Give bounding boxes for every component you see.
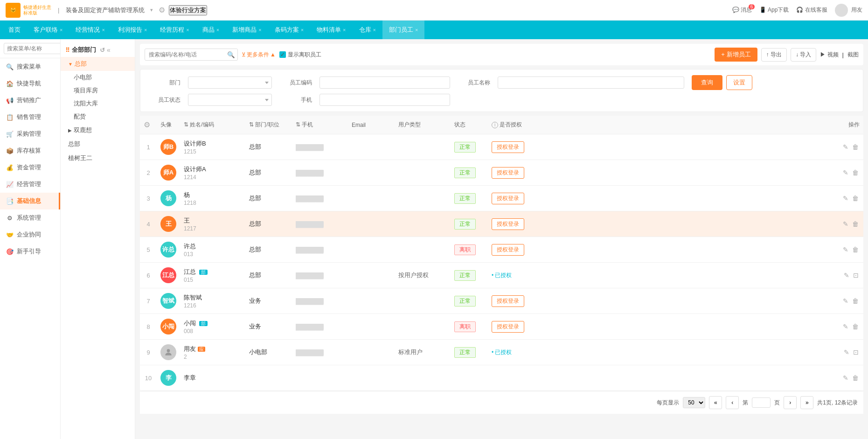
delete-button[interactable]: ⊡: [852, 271, 860, 280]
delete-button[interactable]: 🗑: [851, 322, 860, 331]
delete-button[interactable]: 🗑: [851, 373, 860, 383]
sidebar-item-basicinfo[interactable]: 📑 基础信息: [0, 193, 60, 209]
trial-button[interactable]: 体验行业方案: [169, 5, 207, 15]
delete-button[interactable]: 🗑: [851, 142, 860, 152]
close-icon[interactable]: ×: [343, 21, 346, 39]
query-button[interactable]: 查询: [692, 75, 722, 90]
edit-button[interactable]: ✎: [842, 373, 849, 383]
delete-button[interactable]: 🗑: [851, 168, 860, 177]
sidebar-item-quicknav[interactable]: 🏠 快捷导航: [0, 75, 60, 92]
app-download[interactable]: 📱 App下载: [759, 6, 789, 14]
sidebar-search-input[interactable]: [4, 43, 61, 54]
dept-child-xbd[interactable]: 小电部: [61, 71, 135, 84]
page-number-input[interactable]: 1: [752, 397, 771, 408]
delete-button[interactable]: 🗑: [851, 194, 860, 203]
tab-warehouse[interactable]: 仓库 ×: [353, 21, 382, 39]
more-filter-button[interactable]: ⊻ 更多条件 ▲: [242, 51, 276, 59]
delete-button[interactable]: 🗑: [851, 245, 860, 254]
dept-node-zongbu[interactable]: 总部: [61, 137, 135, 151]
emp-status-filter-select[interactable]: [188, 94, 272, 106]
export-button[interactable]: ↑ 导出: [761, 48, 787, 62]
table-settings-button[interactable]: ⚙: [144, 120, 150, 129]
edit-button[interactable]: ✎: [843, 348, 850, 357]
last-page-button[interactable]: »: [800, 396, 813, 409]
close-icon[interactable]: ×: [216, 21, 219, 39]
close-icon[interactable]: ×: [102, 21, 104, 39]
auth-login-button[interactable]: 授权登录: [492, 295, 524, 307]
sidebar-item-operations[interactable]: 📈 经营管理: [0, 176, 60, 193]
auth-login-button[interactable]: 授权登录: [492, 321, 524, 333]
auth-login-button[interactable]: 授权登录: [492, 193, 524, 204]
edit-button[interactable]: ✎: [842, 142, 849, 152]
tab-customer[interactable]: 客户联络 ×: [27, 21, 69, 39]
dept-filter-select[interactable]: [188, 77, 272, 89]
th-name[interactable]: ⇅ 姓名/编码: [180, 116, 245, 134]
next-page-button[interactable]: ›: [784, 396, 797, 409]
dept-node-zhishu[interactable]: 植树王二: [61, 151, 135, 165]
filter-setting-button[interactable]: 设置: [726, 75, 752, 90]
dept-refresh-icon[interactable]: ↺: [100, 47, 105, 54]
show-resigned-toggle[interactable]: ✓ 显示离职员工: [279, 51, 321, 59]
online-service[interactable]: 🎧 在线客服: [796, 6, 827, 14]
sidebar-item-inventory[interactable]: 📦 库存核算: [0, 142, 60, 159]
edit-button[interactable]: ✎: [842, 168, 849, 177]
sidebar-item-purchase[interactable]: 🛒 采购管理: [0, 125, 60, 142]
dept-child-xmkf[interactable]: 项目库房: [61, 84, 135, 97]
edit-button[interactable]: ✎: [842, 219, 849, 229]
close-icon[interactable]: ×: [258, 21, 261, 39]
gear-settings-button[interactable]: ⚙: [159, 6, 165, 14]
tab-profit[interactable]: 利润报告 ×: [111, 21, 153, 39]
tab-barcode[interactable]: 条码方案 ×: [268, 21, 310, 39]
edit-button[interactable]: ✎: [843, 271, 850, 280]
edit-button[interactable]: ✎: [842, 296, 849, 306]
sidebar-item-guide[interactable]: 🎯 新手引导: [0, 243, 60, 260]
auth-login-button[interactable]: 授权登录: [492, 244, 524, 256]
emp-name-filter-input[interactable]: [498, 77, 684, 89]
delete-button[interactable]: 🗑: [851, 296, 860, 306]
phone-filter-input[interactable]: [319, 94, 450, 106]
dept-child-sydl[interactable]: 沈阳大库: [61, 97, 135, 110]
edit-button[interactable]: ✎: [842, 322, 849, 331]
sidebar-item-search[interactable]: 🔍 搜索菜单: [0, 58, 60, 75]
tab-history[interactable]: 经营历程 ×: [153, 21, 195, 39]
close-icon[interactable]: ×: [415, 21, 418, 39]
sidebar-item-sales[interactable]: 📋 销售管理: [0, 109, 60, 125]
sidebar-item-collab[interactable]: 🤝 企业协同: [0, 226, 60, 243]
sidebar-item-marketing[interactable]: 📢 营销推广: [0, 92, 60, 109]
edit-button[interactable]: ✎: [842, 194, 849, 203]
close-icon[interactable]: ×: [186, 21, 189, 39]
screenshot-button[interactable]: 截图: [847, 51, 859, 59]
close-icon[interactable]: ×: [144, 21, 147, 39]
th-phone[interactable]: ⇅ 手机: [292, 116, 348, 134]
tab-department[interactable]: 部门员工 ×: [382, 21, 424, 39]
tab-bom[interactable]: 物料清单 ×: [310, 21, 352, 39]
auth-login-button[interactable]: 授权登录: [492, 141, 524, 153]
video-button[interactable]: ▶ 视频: [820, 51, 838, 59]
collapse-button[interactable]: «: [107, 46, 111, 54]
tab-goods[interactable]: 商品 ×: [196, 21, 226, 39]
tab-home[interactable]: 首页: [2, 21, 27, 39]
delete-button[interactable]: 🗑: [851, 219, 860, 229]
dept-node-shuanglu[interactable]: ▶ 双鹿想: [61, 123, 135, 137]
sidebar-item-system[interactable]: ⚙ 系统管理: [0, 209, 60, 226]
dept-node-headquarters[interactable]: ▼ 总部: [61, 57, 135, 71]
import-button[interactable]: ↓ 导入: [791, 48, 816, 62]
th-dept[interactable]: ⇅ 部门/职位: [245, 116, 292, 134]
delete-button[interactable]: ⊡: [852, 348, 860, 357]
tab-operation[interactable]: 经营情况 ×: [69, 21, 111, 39]
first-page-button[interactable]: «: [709, 396, 722, 409]
tab-new-goods[interactable]: 新增商品 ×: [226, 21, 268, 39]
search-button[interactable]: 🔍: [227, 51, 235, 58]
per-page-select[interactable]: 50: [683, 397, 705, 408]
emp-code-filter-input[interactable]: [319, 77, 450, 89]
dept-child-ph[interactable]: 配货: [61, 110, 135, 123]
message-badge-wrap[interactable]: 💬 消息 6: [732, 6, 752, 14]
auth-login-button[interactable]: 授权登录: [492, 167, 524, 179]
prev-page-button[interactable]: ‹: [726, 396, 739, 409]
employee-search-input[interactable]: [145, 49, 238, 61]
sidebar-item-finance[interactable]: 💰 资金管理: [0, 159, 60, 176]
auth-login-button[interactable]: 授权登录: [492, 218, 524, 230]
user-info[interactable]: 用友: [835, 4, 862, 17]
close-icon[interactable]: ×: [373, 21, 376, 39]
close-icon[interactable]: ×: [60, 21, 62, 39]
